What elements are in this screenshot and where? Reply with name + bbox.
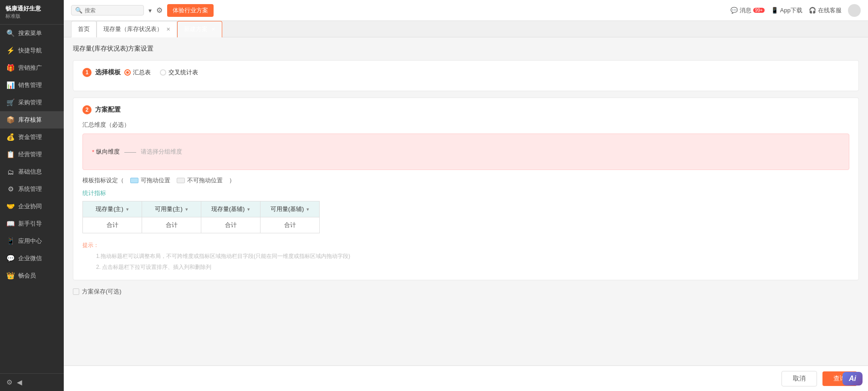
col-header-现存量(主): 现存量(主) ▾ (83, 201, 142, 217)
sidebar-item-finance[interactable]: 💰 资金管理 (0, 129, 64, 146)
step2-title: 方案配置 (95, 106, 121, 114)
radio-cross[interactable]: 交叉统计表 (160, 68, 198, 77)
dimension-field-label: 纵向维度 (96, 148, 120, 156)
purchase-icon: 🛒 (6, 98, 15, 107)
col-header-label: 现存量(基辅) (211, 205, 245, 213)
headset-icon: 🎧 (809, 7, 816, 14)
sidebar-item-search-menu[interactable]: 🔍 搜索菜单 (0, 25, 64, 42)
col-header-content: 可用量(主) ▾ (149, 205, 194, 213)
step2-badge: 2 (82, 105, 92, 114)
sidebar-item-enterprise-wechat[interactable]: 💬 企业微信 (0, 250, 64, 267)
step1-header: 1 选择模板 汇总表 交叉统计表 (82, 68, 849, 77)
template-indicators: 模板指标设定（ 可拖动位置 不可拖动位置 ） (82, 176, 849, 185)
gear-icon[interactable]: ⚙ (156, 6, 163, 15)
tab-close-inventory[interactable]: ✕ (166, 26, 170, 32)
speaker-icon[interactable]: ◀ (17, 378, 22, 386)
sidebar-item-basic-info[interactable]: 🗂 基础信息 (0, 163, 64, 180)
app-download-item[interactable]: 📱 App下载 (771, 6, 802, 15)
tips-section: 提示： 1.拖动标题栏可以调整布局，不可跨维度或指标区域拖动栏目字段(只能在同一… (82, 240, 849, 273)
sidebar-item-label-basic-info: 基础信息 (18, 168, 42, 176)
radio-circle-summary (124, 69, 131, 76)
sidebar-item-purchase[interactable]: 🛒 采购管理 (0, 94, 64, 111)
sidebar-item-label-sales: 销售管理 (18, 81, 42, 89)
sidebar-item-label-new-guide: 新手引导 (18, 220, 42, 228)
sidebar-item-label-member: 畅会员 (18, 272, 36, 280)
dimension-label: 汇总维度（必选） (82, 121, 849, 129)
sidebar-item-operations[interactable]: 📋 经营管理 (0, 146, 64, 163)
search-box[interactable]: 🔍 (71, 5, 144, 15)
search-menu-icon: 🔍 (6, 29, 15, 37)
sidebar-item-marketing[interactable]: 🎁 营销推广 (0, 59, 64, 77)
tab-label-home: 首页 (78, 25, 90, 33)
app-center-icon: 📱 (6, 237, 15, 245)
step1-title: 选择模板 (95, 68, 121, 77)
sidebar-item-cooperation[interactable]: 🤝 企业协同 (0, 198, 64, 215)
radio-circle-cross (160, 69, 166, 76)
avatar[interactable] (848, 4, 861, 17)
radio-label-cross: 交叉统计表 (168, 68, 198, 77)
tab-inventory[interactable]: 现存量（库存状况表）✕ (97, 21, 177, 37)
sidebar-item-sales[interactable]: 📊 销售管理 (0, 77, 64, 94)
sidebar-item-quick-nav[interactable]: ⚡ 快捷导航 (0, 42, 64, 59)
step1-card: 1 选择模板 汇总表 交叉统计表 (73, 60, 859, 91)
message-badge: 99+ (753, 8, 765, 13)
col-dropdown-arrow[interactable]: ▾ (306, 206, 309, 212)
tab-close-new-plan[interactable]: ✕ (211, 26, 215, 32)
col-dropdown-arrow[interactable]: ▾ (247, 206, 250, 212)
col-dropdown-arrow[interactable]: ▾ (126, 206, 129, 212)
member-icon: 👑 (6, 272, 15, 280)
tab-label-inventory: 现存量（库存状况表） (103, 25, 163, 33)
tab-new-plan[interactable]: 新建方案✕ (177, 21, 222, 37)
col-summary-可用量(主): 合计 (142, 217, 201, 233)
sidebar-item-label-marketing: 营销推广 (18, 64, 42, 72)
sidebar-item-label-operations: 经营管理 (18, 150, 42, 159)
fixed-indicator: 不可拖动位置 (177, 176, 223, 185)
required-mark: * (92, 149, 94, 155)
stats-label: 统计指标 (82, 189, 849, 197)
col-header-label: 可用量(主) (155, 205, 183, 213)
radio-summary[interactable]: 汇总表 (124, 68, 151, 77)
fixed-box (177, 178, 185, 183)
enterprise-wechat-icon: 💬 (6, 254, 15, 262)
col-summary-现存量(基辅): 合计 (201, 217, 260, 233)
dimension-area[interactable]: * 纵向维度 —— 请选择分组维度 (82, 134, 849, 170)
sidebar-item-label-cooperation: 企业协同 (18, 202, 42, 211)
tip-item-1: 2. 点击标题栏下拉可设置排序、插入列和删除列 (82, 262, 849, 273)
ai-badge[interactable]: Ai (842, 372, 863, 386)
online-service-item[interactable]: 🎧 在线客服 (809, 6, 842, 15)
finance-icon: 💰 (6, 133, 15, 141)
sidebar-item-inventory[interactable]: 📦 库存核算 (0, 111, 64, 129)
save-checkbox[interactable] (73, 288, 79, 295)
search-input[interactable] (85, 7, 139, 14)
sidebar-footer: ⚙ ◀ (0, 373, 64, 391)
col-header-现存量(基辅): 现存量(基辅) ▾ (201, 201, 260, 217)
sidebar-logo: 畅康通好生意 标准版 (0, 0, 64, 25)
sidebar-item-label-app-center: 应用中心 (18, 237, 42, 245)
tab-home[interactable]: 首页 (71, 21, 97, 37)
app-download-label: App下载 (780, 6, 802, 15)
message-item[interactable]: 💬 消息 99+ (730, 6, 765, 15)
sidebar-item-label-system: 系统管理 (18, 185, 42, 193)
sidebar-item-system[interactable]: ⚙ 系统管理 (0, 180, 64, 198)
step1-badge: 1 (82, 68, 92, 77)
sidebar: 畅康通好生意 标准版 🔍 搜索菜单 ⚡ 快捷导航 🎁 营销推广 📊 销售管理 🛒… (0, 0, 64, 391)
page-title: 现存量(库存状况表)方案设置 (73, 45, 859, 53)
sidebar-item-app-center[interactable]: 📱 应用中心 (0, 232, 64, 250)
template-radio-group: 汇总表 交叉统计表 (124, 68, 198, 77)
col-header-可用量(基辅): 可用量(基辅) ▾ (260, 201, 320, 217)
cancel-button[interactable]: 取消 (781, 371, 817, 386)
dropdown-icon[interactable]: ▾ (148, 7, 152, 14)
trial-button[interactable]: 体验行业方案 (167, 4, 214, 17)
settings-icon[interactable]: ⚙ (6, 378, 12, 386)
tip-item-0: 1.拖动标题栏可以调整布局，不可跨维度或指标区域拖动栏目字段(只能在同一维度或指… (82, 251, 849, 262)
col-header-content: 现存量(基辅) ▾ (209, 205, 253, 213)
col-summary-可用量(基辅): 合计 (260, 217, 320, 233)
operations-icon: 📋 (6, 150, 15, 159)
sidebar-nav: 🔍 搜索菜单 ⚡ 快捷导航 🎁 营销推广 📊 销售管理 🛒 采购管理 📦 库存核… (0, 25, 64, 373)
sidebar-item-member[interactable]: 👑 畅会员 (0, 267, 64, 284)
sidebar-item-label-purchase: 采购管理 (18, 98, 42, 107)
col-dropdown-arrow[interactable]: ▾ (185, 206, 188, 212)
footer-bar: 取消 查询 (64, 365, 868, 391)
col-summary-现存量(主): 合计 (83, 217, 142, 233)
sidebar-item-new-guide[interactable]: 📖 新手引导 (0, 215, 64, 232)
